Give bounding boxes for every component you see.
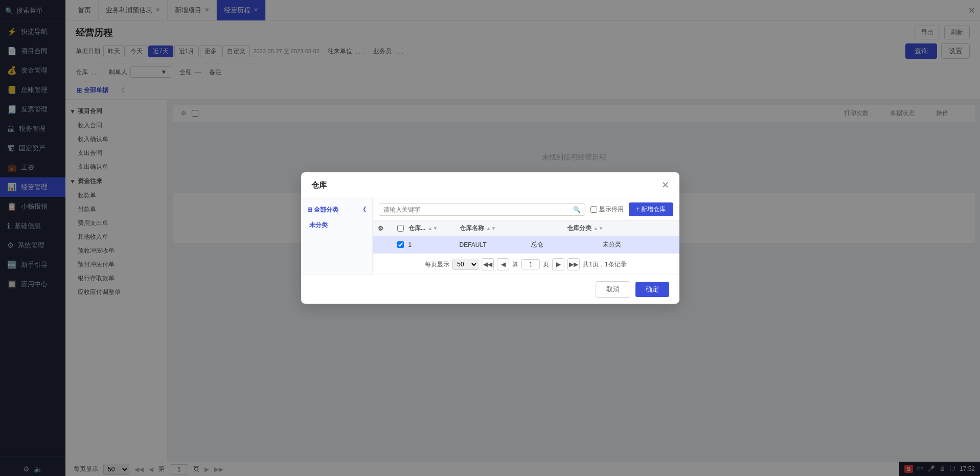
modal-page-next[interactable]: ▶ bbox=[552, 258, 564, 270]
row-warehouse-name: 总仓 bbox=[531, 240, 603, 249]
row-check[interactable] bbox=[393, 241, 408, 248]
modal-toolbar: 🔍 显示停用 + 新增仓库 bbox=[373, 198, 679, 221]
modal-title: 仓库 bbox=[311, 180, 327, 190]
row-id-value: 1 bbox=[408, 241, 412, 248]
sort-icon-id[interactable]: ▲▼ bbox=[428, 226, 438, 231]
col-id-label: 仓库... bbox=[408, 224, 426, 233]
row-checkbox[interactable] bbox=[397, 241, 404, 248]
modal-page-input[interactable] bbox=[521, 259, 540, 269]
modal-pagination: 每页显示 50 100 ◀◀ ◀ 算 页 ▶ ▶▶ 共1页，1条记录 bbox=[373, 254, 679, 275]
modal-table: ⚙ 仓库... ▲▼ 仓库名称 ▲▼ bbox=[373, 221, 679, 254]
modal-cancel-button[interactable]: 取消 bbox=[596, 281, 630, 298]
modal-header: 仓库 ✕ bbox=[301, 172, 679, 198]
modal-left-collapse-icon[interactable]: 《 bbox=[360, 206, 366, 214]
modal-page-label: 页 bbox=[543, 260, 549, 269]
col-name-label: 仓库名称 bbox=[460, 224, 484, 233]
modal-overlay[interactable]: 仓库 ✕ ⊞ 全部分类 《 未分类 bbox=[0, 0, 980, 476]
modal-select-all[interactable] bbox=[397, 225, 404, 232]
row-warehouse-name-value: 总仓 bbox=[531, 240, 543, 249]
warehouse-modal: 仓库 ✕ ⊞ 全部分类 《 未分类 bbox=[301, 172, 679, 304]
sort-icon-name[interactable]: ▲▼ bbox=[486, 226, 496, 231]
table-row-default[interactable]: 1 DEFAULT 总仓 未分类 bbox=[373, 236, 679, 254]
modal-body: ⊞ 全部分类 《 未分类 🔍 bbox=[301, 198, 679, 275]
row-category-value: 未分类 bbox=[603, 240, 621, 249]
modal-page-prev[interactable]: ◀ bbox=[497, 258, 509, 270]
grid-icon: ⊞ bbox=[307, 206, 312, 213]
modal-per-page-label: 每页显示 bbox=[425, 260, 449, 269]
modal-left-all-label: ⊞ 全部分类 bbox=[307, 206, 338, 214]
col-id-header: 仓库... ▲▼ bbox=[408, 224, 460, 233]
modal-page-first[interactable]: ◀◀ bbox=[482, 258, 494, 270]
sort-icon-category[interactable]: ▲▼ bbox=[594, 226, 604, 231]
row-id: 1 bbox=[408, 241, 460, 248]
modal-category-label: 未分类 bbox=[309, 221, 328, 229]
modal-total-info: 共1页，1条记录 bbox=[583, 260, 626, 269]
modal-left-header: ⊞ 全部分类 《 bbox=[301, 202, 372, 217]
modal-left-panel: ⊞ 全部分类 《 未分类 bbox=[301, 198, 373, 275]
settings-col-icon: ⚙ bbox=[378, 225, 383, 232]
modal-page-last[interactable]: ▶▶ bbox=[567, 258, 580, 270]
modal-category-unclassified[interactable]: 未分类 bbox=[301, 217, 372, 233]
modal-confirm-button[interactable]: 确定 bbox=[635, 282, 669, 297]
col-settings-header[interactable]: ⚙ bbox=[378, 225, 393, 232]
modal-table-header: ⚙ 仓库... ▲▼ 仓库名称 ▲▼ bbox=[373, 221, 679, 236]
show-disabled-checkbox[interactable] bbox=[590, 206, 597, 213]
modal-search-input[interactable] bbox=[383, 206, 572, 213]
row-category: 未分类 bbox=[603, 240, 674, 249]
modal-right-panel: 🔍 显示停用 + 新增仓库 ⚙ bbox=[373, 198, 679, 275]
modal-close-button[interactable]: ✕ bbox=[662, 179, 669, 191]
row-name: DEFAULT bbox=[460, 241, 531, 248]
modal-goto-label: 算 bbox=[512, 260, 518, 269]
col-check-header[interactable] bbox=[393, 225, 408, 232]
col-name-header: 仓库名称 ▲▼ bbox=[460, 224, 567, 233]
modal-all-categories-label: 全部分类 bbox=[314, 206, 338, 213]
modal-actions: 取消 确定 bbox=[301, 275, 679, 304]
modal-search-box[interactable]: 🔍 bbox=[379, 203, 586, 216]
col-category-label: 仓库分类 bbox=[567, 224, 591, 233]
modal-per-page-select[interactable]: 50 100 bbox=[452, 259, 478, 270]
search-icon: 🔍 bbox=[573, 206, 581, 213]
add-warehouse-button[interactable]: + 新增仓库 bbox=[629, 202, 673, 216]
row-code-value: DEFAULT bbox=[460, 241, 487, 248]
show-disabled-group: 显示停用 bbox=[590, 205, 624, 214]
col-category-header: 仓库分类 ▲▼ bbox=[567, 224, 674, 233]
show-disabled-label: 显示停用 bbox=[599, 205, 624, 214]
